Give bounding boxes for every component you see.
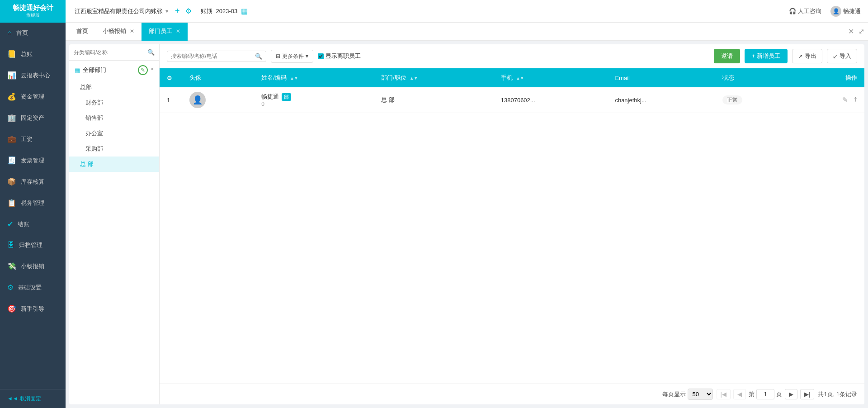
prev-page-button[interactable]: ◀: [733, 389, 746, 399]
collapse-icon[interactable]: «: [151, 65, 154, 75]
next-page-button[interactable]: ▶: [785, 389, 797, 399]
table-body: 1 👤 畅捷通 部 0: [160, 87, 864, 113]
dept-badge: 部: [282, 93, 291, 101]
cell-phone: 138070602...: [494, 87, 608, 113]
sidebar-item-salary[interactable]: 💼 工资: [0, 128, 66, 150]
last-page-button[interactable]: ▶|: [800, 389, 814, 399]
sidebar-item-home[interactable]: ⌂ 首页: [0, 23, 66, 43]
col-avatar-label: 头像: [189, 74, 201, 81]
archive-icon: 🗄: [7, 241, 14, 249]
dept-search-input[interactable]: [74, 49, 145, 56]
dept-item-headquarters[interactable]: 总部: [69, 80, 159, 95]
close-all-icon[interactable]: ✕: [848, 27, 854, 36]
page-size-select: 每页显示 50 10 20 100: [662, 389, 713, 400]
settings-icon: ⚙: [167, 75, 172, 81]
tab-home[interactable]: 首页: [69, 23, 95, 41]
export-icon: ↗: [798, 53, 803, 60]
import-icon: ↙: [833, 53, 838, 60]
sidebar-item-reports[interactable]: 📊 云报表中心: [0, 65, 66, 86]
sidebar-item-settings[interactable]: ⚙ 基础设置: [0, 277, 66, 298]
sidebar-item-tax[interactable]: 📋 税务管理: [0, 192, 66, 213]
col-status: 状态: [715, 68, 796, 87]
dept-item-finance[interactable]: 财务部: [69, 95, 159, 110]
settings-icon[interactable]: ⚙: [185, 7, 192, 15]
filter-icon: ⊟: [276, 53, 280, 59]
invite-button[interactable]: 邀请: [714, 49, 740, 63]
sidebar-item-label: 税务管理: [21, 199, 44, 207]
maximize-icon[interactable]: ⤢: [859, 27, 864, 36]
unpin-button[interactable]: ◄◄ 取消固定: [0, 389, 66, 408]
calendar-icon[interactable]: ▦: [241, 7, 248, 15]
edit-employee-button[interactable]: ✎: [842, 96, 848, 104]
export-button[interactable]: ↗ 导出: [792, 49, 822, 63]
content-area: 首页 小畅报销 ✕ 部门员工 ✕ ✕ ⤢ 🔍: [66, 23, 868, 408]
pagination-bar: 每页显示 50 10 20 100 |◀ ◀ 第: [160, 384, 864, 404]
sidebar-item-guide[interactable]: 🎯 新手引导: [0, 298, 66, 319]
period-info: 账期 2023-03 ▦: [201, 7, 248, 15]
tab-xiaochang-label: 小畅报销: [103, 27, 126, 35]
sidebar-item-capital[interactable]: 💰 资金管理: [0, 86, 66, 107]
invoice-icon: 🧾: [7, 156, 16, 165]
page-size-dropdown[interactable]: 50 10 20 100: [688, 389, 713, 400]
sidebar-item-invoice[interactable]: 🧾 发票管理: [0, 150, 66, 171]
logout-employee-button[interactable]: ⤴: [854, 96, 857, 104]
first-page-button[interactable]: |◀: [717, 389, 731, 399]
close-tab-dept[interactable]: ✕: [176, 28, 180, 34]
sidebar-item-inventory[interactable]: 📦 库存核算: [0, 171, 66, 192]
dept-item-general-hq[interactable]: 总 部: [69, 157, 159, 172]
dept-item-purchase[interactable]: 采购部: [69, 141, 159, 157]
dept-item-office[interactable]: 办公室: [69, 126, 159, 141]
sidebar-item-ledger[interactable]: 📒 总账: [0, 43, 66, 65]
dept-item-sales[interactable]: 销售部: [69, 110, 159, 126]
filter-label: 更多条件: [282, 52, 304, 60]
sidebar-item-checkout[interactable]: ✔ 结账: [0, 213, 66, 235]
show-resigned-checkbox-label[interactable]: 显示离职员工: [318, 52, 361, 60]
grid-icon: ▦: [75, 67, 80, 74]
logo-subtitle: 旗舰版: [26, 12, 40, 19]
ai-consult-label: 人工咨询: [798, 7, 821, 15]
sidebar-item-label: 总账: [21, 50, 33, 58]
col-name[interactable]: 姓名/编码 ▲▼: [254, 68, 374, 87]
ai-consult-button[interactable]: 🎧 人工咨询: [789, 7, 821, 15]
col-phone[interactable]: 手机 ▲▼: [494, 68, 608, 87]
toolbar: 🔍 ⊟ 更多条件 ▾ 显示离职员工 邀请 + 新增员: [160, 44, 864, 68]
home-icon: ⌂: [7, 29, 12, 37]
tab-xiaochang[interactable]: 小畅报销 ✕: [95, 23, 142, 41]
close-tab-xiaochang[interactable]: ✕: [130, 28, 134, 34]
add-employee-button[interactable]: + 新增员工: [745, 49, 788, 63]
page-content: 🔍 ▦ 全部部门 ✎ « 总部 财务部 销售部 办公室 采购部: [69, 44, 864, 404]
sidebar-item-label: 结账: [18, 220, 29, 228]
sidebar-item-assets[interactable]: 🏢 固定资产: [0, 107, 66, 128]
col-settings[interactable]: ⚙: [160, 68, 182, 87]
page-number-input[interactable]: [756, 389, 774, 399]
import-label: 导入: [840, 52, 851, 60]
sidebar-item-archive[interactable]: 🗄 归档管理: [0, 235, 66, 256]
show-resigned-checkbox[interactable]: [318, 53, 324, 59]
user-menu[interactable]: 👤 畅捷通: [830, 6, 861, 17]
col-dept[interactable]: 部门/职位 ▲▼: [374, 68, 494, 87]
import-button[interactable]: ↙ 导入: [827, 49, 857, 63]
search-icon: 🔍: [147, 49, 155, 56]
all-dept-label-area: ▦ 全部部门: [75, 66, 106, 74]
all-dept-header[interactable]: ▦ 全部部门 ✎ «: [69, 61, 159, 80]
sort-icon: ▲▼: [516, 76, 524, 81]
col-dept-label: 部门/职位: [381, 74, 406, 81]
user-name: 畅捷通: [843, 7, 861, 15]
col-status-label: 状态: [722, 74, 734, 81]
avatar: 👤: [189, 92, 206, 108]
more-filter-button[interactable]: ⊟ 更多条件 ▾: [271, 50, 313, 63]
ledger-icon: 📒: [7, 50, 16, 58]
total-records-label: 共1页, 1条记录: [818, 390, 857, 399]
tab-dept-employee[interactable]: 部门员工 ✕: [142, 23, 188, 41]
checkout-icon: ✔: [7, 220, 13, 228]
company-selector[interactable]: 江西服宝精品有限责任公司内账张 ▾: [75, 7, 169, 15]
sidebar-item-xiaochang[interactable]: 💸 小畅报销: [0, 256, 66, 277]
cell-email: chanjethkj...: [608, 87, 715, 113]
employee-search-input[interactable]: [171, 53, 252, 59]
avatar: 👤: [830, 6, 841, 17]
edit-dept-button[interactable]: ✎: [138, 65, 148, 75]
employee-search-box: 🔍: [167, 51, 266, 62]
add-icon[interactable]: +: [175, 6, 180, 16]
page-prefix-label: 第: [749, 390, 755, 399]
salary-icon: 💼: [7, 135, 16, 143]
